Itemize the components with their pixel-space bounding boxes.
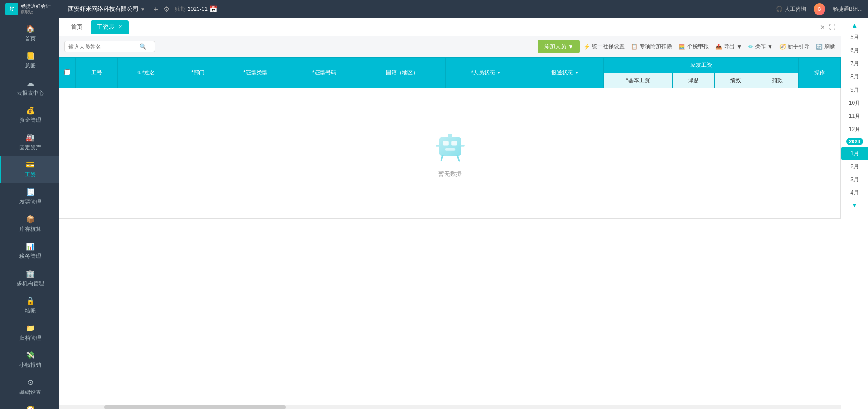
user-avatar[interactable]: B (814, 3, 825, 15)
th-emp-no: 工号 (76, 58, 118, 88)
th-salary-group-label: 应发工资 (690, 62, 712, 68)
th-report-status[interactable]: 报送状态 ▼ (527, 58, 604, 88)
fund-icon: 💰 (26, 106, 35, 115)
settings-icon[interactable]: ⚙ (163, 5, 170, 14)
tab-salary-label: 工资表 (97, 23, 115, 31)
month-scroll-down-icon[interactable]: ▼ (850, 200, 860, 210)
tab-close-icon[interactable]: ✕ (118, 24, 122, 30)
sidebar-item-multi-org[interactable]: 🏢 多机构管理 (0, 265, 59, 292)
svg-rect-6 (460, 145, 465, 147)
sidebar-item-home[interactable]: 🏠 首页 (0, 20, 59, 47)
calendar-icon[interactable]: 📅 (209, 5, 217, 13)
tab-home[interactable]: 首页 (64, 20, 89, 34)
th-name[interactable]: ⇅ *姓名 (117, 58, 175, 88)
month-11[interactable]: 11月 (841, 110, 868, 123)
th-checkbox[interactable] (59, 58, 76, 88)
support-button[interactable]: 🎧 人工咨询 (776, 5, 806, 13)
svg-rect-2 (451, 141, 457, 146)
sidebar-label-fixed: 固定资产 (19, 144, 41, 151)
search-icon: 🔍 (139, 43, 146, 50)
add-icon[interactable]: ＋ (152, 5, 160, 14)
main-layout: 🏠 首页 📒 总账 ☁ 云报表中心 💰 资金管理 🏭 固定资产 💳 工资 🧾 发… (0, 18, 868, 409)
select-all-checkbox[interactable] (64, 69, 70, 75)
sidebar-item-invoice[interactable]: 🧾 发票管理 (0, 183, 59, 210)
sidebar-item-inventory[interactable]: 📦 库存核算 (0, 210, 59, 238)
sidebar-label-multi-org: 多机构管理 (17, 280, 44, 287)
op-arrow-icon: ▼ (767, 44, 773, 50)
month-scroll-up-icon[interactable]: ▲ (850, 20, 860, 31)
sidebar-label-fund: 资金管理 (19, 117, 41, 124)
sidebar-label-invoice: 发票管理 (19, 198, 41, 206)
tab-salary[interactable]: 工资表 ✕ (91, 20, 129, 34)
tax-icon: 📊 (26, 242, 35, 251)
month-6[interactable]: 6月 (841, 44, 868, 57)
month-3[interactable]: 3月 (841, 173, 868, 186)
sidebar-item-fixed-asset[interactable]: 🏭 固定资产 (0, 129, 59, 156)
guide-icon: 🧭 (26, 405, 35, 409)
month-12[interactable]: 12月 (841, 123, 868, 136)
filter-report-icon[interactable]: ▼ (574, 70, 579, 75)
sidebar-label-ledger: 总账 (25, 62, 36, 70)
export-button[interactable]: 📤 导出 ▼ (715, 43, 742, 50)
month-8[interactable]: 8月 (841, 70, 868, 83)
sidebar-item-salary[interactable]: 💳 工资 (0, 156, 59, 183)
filter-person-icon[interactable]: ▼ (496, 70, 501, 75)
empty-icon (432, 128, 468, 165)
sidebar-item-expense[interactable]: 💸 小畅报销 (0, 346, 59, 374)
sidebar-item-guide[interactable]: 🧭 新手引导 (0, 401, 59, 409)
logo-icon: 好 (5, 3, 18, 15)
home-icon: 🏠 (26, 24, 35, 33)
month-5[interactable]: 5月 (841, 31, 868, 44)
sidebar-label-expense: 小畅报销 (19, 361, 41, 369)
sidebar-item-close[interactable]: 🔒 结账 (0, 292, 59, 319)
window-close-icon[interactable]: ✕ (820, 24, 825, 31)
chevron-down-icon[interactable]: ▼ (141, 7, 145, 12)
horizontal-scrollbar[interactable] (59, 405, 841, 409)
th-nation-label: 国籍（地区） (386, 69, 418, 76)
social-label: 统一社保设置 (592, 43, 625, 50)
export-icon: 📤 (715, 44, 722, 50)
th-operation: 操作 (799, 58, 841, 88)
svg-rect-5 (436, 145, 440, 147)
month-9[interactable]: 9月 (841, 83, 868, 97)
window-expand-icon[interactable]: ⛶ (829, 24, 835, 31)
th-cert-no-label: *证型号码 (312, 69, 336, 76)
sidebar-item-ledger[interactable]: 📒 总账 (0, 47, 59, 74)
svg-line-8 (457, 156, 459, 161)
month-10[interactable]: 10月 (841, 97, 868, 110)
personal-tax-button[interactable]: 🧮 个税申报 (679, 43, 709, 50)
month-2[interactable]: 2月 (841, 160, 868, 173)
search-box[interactable]: 🔍 (64, 41, 155, 52)
company-selector[interactable]: 西安虾米网络科技有限公司 ▼ (68, 5, 145, 13)
month-1-active[interactable]: 1月 (841, 147, 868, 160)
sidebar-item-settings[interactable]: ⚙ 基础设置 (0, 374, 59, 401)
search-input[interactable] (68, 44, 136, 50)
salary-icon: 💳 (26, 161, 35, 169)
sidebar-item-tax[interactable]: 📊 税务管理 (0, 238, 59, 265)
ledger-icon: 📒 (26, 52, 35, 60)
month-7[interactable]: 7月 (841, 57, 868, 70)
table-container: 工号 ⇅ *姓名 *部门 *证型类型 (59, 57, 841, 405)
scrollbar-thumb[interactable] (104, 405, 286, 409)
svg-rect-1 (443, 141, 449, 146)
tab-home-label: 首页 (71, 23, 82, 31)
deduct-icon: 📋 (631, 44, 638, 50)
period-info: 账期 2023-01 📅 (175, 5, 217, 13)
th-person-status[interactable]: *人员状态 ▼ (446, 58, 527, 88)
th-emp-no-label: 工号 (91, 69, 102, 76)
guide-btn-label: 新手引导 (788, 43, 810, 50)
th-cert-type: *证型类型 (221, 58, 290, 88)
guide-action-button[interactable]: 🧭 新手引导 (779, 43, 810, 50)
refresh-button[interactable]: 🔄 刷新 (816, 43, 835, 50)
special-deduct-button[interactable]: 📋 专项附加扣除 (631, 43, 672, 50)
top-right-area: 🎧 人工咨询 B 畅捷通B组... (776, 3, 863, 15)
social-security-button[interactable]: ⚡ 统一社保设置 (583, 43, 625, 50)
sidebar-item-archive[interactable]: 📁 归档管理 (0, 319, 59, 346)
sidebar-item-cloud-report[interactable]: ☁ 云报表中心 (0, 74, 59, 102)
sidebar-item-fund[interactable]: 💰 资金管理 (0, 102, 59, 129)
add-person-button[interactable]: 添加人员 ▼ (538, 40, 580, 53)
month-4[interactable]: 4月 (841, 186, 868, 200)
sidebar-label-cloud: 云报表中心 (17, 89, 44, 97)
th-basic-label: *基本工资 (626, 77, 650, 83)
operation-button[interactable]: ✏ 操作 ▼ (748, 43, 773, 50)
